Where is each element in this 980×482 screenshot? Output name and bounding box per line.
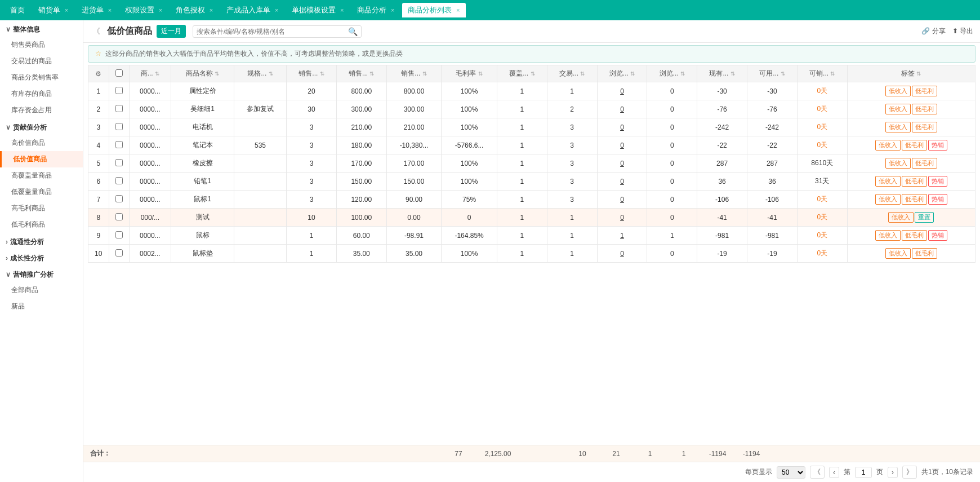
- time-filter-button[interactable]: 近一月: [157, 25, 186, 38]
- first-page-button[interactable]: 《: [810, 466, 825, 479]
- col-saleable[interactable]: 可销... ⇅: [797, 65, 847, 82]
- col-sale3[interactable]: 销售... ⇅: [386, 65, 442, 82]
- sidebar-item-sales-goods[interactable]: 销售类商品: [0, 37, 83, 53]
- row-select-checkbox[interactable]: [115, 231, 123, 238]
- settings-icon[interactable]: ⚙: [95, 70, 101, 78]
- sidebar-item-low-value[interactable]: 低价值商品: [0, 151, 83, 167]
- sidebar-group-growth[interactable]: ›成长性分析: [0, 249, 83, 266]
- prev-page-button[interactable]: ‹: [829, 467, 839, 478]
- col-checkbox[interactable]: [109, 65, 129, 82]
- sidebar-item-inventory-capital[interactable]: 库存资金占用: [0, 102, 83, 118]
- row-browse1[interactable]: 0: [597, 118, 647, 136]
- row-checkbox[interactable]: [109, 173, 129, 191]
- nav-purchase-order[interactable]: 进货单 ×: [76, 3, 117, 17]
- row-select-checkbox[interactable]: [115, 249, 123, 257]
- close-icon[interactable]: ×: [210, 7, 213, 14]
- row-select-checkbox[interactable]: [115, 159, 123, 166]
- browse-link[interactable]: 0: [620, 250, 624, 258]
- row-browse1[interactable]: 0: [597, 191, 647, 209]
- row-checkbox[interactable]: [109, 154, 129, 173]
- col-available[interactable]: 可用... ⇅: [747, 65, 798, 82]
- nav-home[interactable]: 首页: [5, 3, 30, 17]
- share-button[interactable]: 🔗 分享: [921, 26, 945, 36]
- col-sale1[interactable]: 销售... ⇅: [287, 65, 337, 82]
- row-checkbox[interactable]: [109, 209, 129, 227]
- nav-sales-order[interactable]: 销货单 ×: [33, 3, 74, 17]
- row-browse1[interactable]: 0: [597, 100, 647, 118]
- close-icon[interactable]: ×: [391, 7, 394, 14]
- nav-product-storage[interactable]: 产成品入库单 ×: [221, 3, 284, 17]
- sidebar-item-low-coverage[interactable]: 低覆盖量商品: [0, 184, 83, 200]
- sidebar-item-stock-goods[interactable]: 有库存的商品: [0, 86, 83, 102]
- browse-link[interactable]: 0: [620, 105, 624, 113]
- sidebar-item-high-margin[interactable]: 高毛利商品: [0, 200, 83, 216]
- sidebar-group-contribution[interactable]: ∨贡献值分析: [0, 118, 83, 135]
- sidebar-item-category-rate[interactable]: 商品分类销售率: [0, 69, 83, 86]
- export-button[interactable]: ⬆ 导出: [952, 26, 973, 36]
- row-checkbox[interactable]: [109, 136, 129, 154]
- browse-link[interactable]: 0: [620, 141, 624, 149]
- col-sale2[interactable]: 销售... ⇅: [336, 65, 386, 82]
- row-checkbox[interactable]: [109, 227, 129, 245]
- row-select-checkbox[interactable]: [115, 177, 123, 184]
- sidebar-group-circulation[interactable]: ›流通性分析: [0, 233, 83, 249]
- close-icon[interactable]: ×: [340, 7, 344, 14]
- row-select-checkbox[interactable]: [115, 141, 123, 148]
- row-browse1[interactable]: 0: [597, 136, 647, 154]
- col-settings[interactable]: ⚙: [88, 65, 109, 82]
- sidebar-group-marketing[interactable]: ∨营销推广分析: [0, 266, 83, 282]
- row-select-checkbox[interactable]: [115, 123, 123, 130]
- nav-role[interactable]: 角色授权 ×: [170, 3, 219, 17]
- sidebar-item-low-margin[interactable]: 低毛利商品: [0, 216, 83, 233]
- next-page-button[interactable]: ›: [888, 467, 898, 478]
- close-icon[interactable]: ×: [65, 7, 68, 14]
- col-tags[interactable]: 标签 ⇅: [847, 65, 975, 82]
- sidebar-item-traded-goods[interactable]: 交易过的商品: [0, 53, 83, 69]
- sidebar-item-all-goods[interactable]: 全部商品: [0, 282, 83, 298]
- col-code[interactable]: 商... ⇅: [129, 65, 171, 82]
- select-all-checkbox[interactable]: [115, 69, 123, 77]
- col-margin[interactable]: 毛利率 ⇅: [442, 65, 497, 82]
- nav-goods-analysis[interactable]: 商品分析 ×: [351, 3, 400, 17]
- browse-link[interactable]: 0: [620, 178, 624, 185]
- close-icon[interactable]: ×: [456, 7, 460, 14]
- browse-link[interactable]: 1: [620, 232, 624, 240]
- row-select-checkbox[interactable]: [115, 213, 123, 220]
- col-browse2[interactable]: 浏览... ⇅: [647, 65, 697, 82]
- row-browse1[interactable]: 1: [597, 227, 647, 245]
- col-trade[interactable]: 交易... ⇅: [547, 65, 597, 82]
- last-page-button[interactable]: 》: [902, 466, 917, 479]
- row-checkbox[interactable]: [109, 118, 129, 136]
- close-icon[interactable]: ×: [275, 7, 278, 14]
- browse-link[interactable]: 0: [620, 214, 624, 222]
- sidebar-item-high-coverage[interactable]: 高覆盖量商品: [0, 167, 83, 184]
- nav-template[interactable]: 单据模板设置 ×: [286, 3, 349, 17]
- browse-link[interactable]: 0: [620, 196, 624, 204]
- browse-link[interactable]: 0: [620, 160, 624, 167]
- row-checkbox[interactable]: [109, 100, 129, 118]
- row-select-checkbox[interactable]: [115, 105, 123, 112]
- nav-permission[interactable]: 权限设置 ×: [119, 3, 168, 17]
- search-icon[interactable]: 🔍: [348, 27, 358, 36]
- row-select-checkbox[interactable]: [115, 195, 123, 202]
- sidebar-group-overall[interactable]: ∨整体信息: [0, 20, 83, 37]
- browse-link[interactable]: 0: [620, 87, 624, 95]
- sidebar-item-high-value[interactable]: 高价值商品: [0, 135, 83, 151]
- per-page-select[interactable]: 50 100 200: [777, 466, 805, 479]
- sidebar-item-new-goods[interactable]: 新品: [0, 298, 83, 315]
- table-wrapper[interactable]: ⚙ 商... ⇅ 商品名称 ⇅ 规格... ⇅ 销售... ⇅ 销售... ⇅ …: [83, 65, 980, 445]
- row-browse1[interactable]: 0: [597, 209, 647, 227]
- close-icon[interactable]: ×: [108, 7, 112, 14]
- row-browse1[interactable]: 0: [597, 173, 647, 191]
- col-spec[interactable]: 规格... ⇅: [234, 65, 286, 82]
- row-browse1[interactable]: 0: [597, 245, 647, 263]
- nav-goods-analysis-list[interactable]: 商品分析列表 ×: [402, 3, 465, 17]
- col-cover[interactable]: 覆盖... ⇅: [497, 65, 547, 82]
- row-checkbox[interactable]: [109, 191, 129, 209]
- row-select-checkbox[interactable]: [115, 87, 123, 94]
- search-input[interactable]: [197, 28, 348, 36]
- col-current[interactable]: 现有... ⇅: [697, 65, 747, 82]
- row-browse1[interactable]: 0: [597, 154, 647, 173]
- col-name[interactable]: 商品名称 ⇅: [171, 65, 234, 82]
- close-icon[interactable]: ×: [159, 7, 162, 14]
